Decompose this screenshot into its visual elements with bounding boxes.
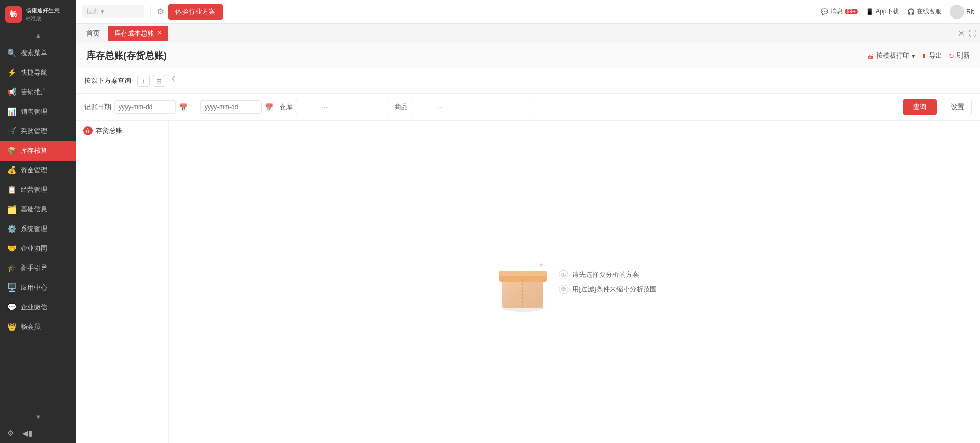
page-header: 库存总账(存货总账) 🖨 按模板打印 ▾ ⬆ 导出 ↻ 刷新 [76,43,980,68]
scheme-sidebar: 存 存货总账 [76,121,169,443]
refresh-btn[interactable]: ↻ 刷新 [949,51,970,60]
scheme-item-icon: 存 [83,126,93,135]
filter-bar: 按以下方案查询 + ⊞ 《 [76,68,980,94]
hint-text-1: 请先选择要分析的方案 [572,270,639,279]
scheme-item-inventory[interactable]: 存 存货总账 [76,121,168,140]
sidebar-item-sales[interactable]: 📊 销售管理 [0,102,76,121]
settings-icon[interactable]: ⚙ [7,429,14,438]
svg-text:✦: ✦ [538,261,545,269]
page-header-actions: 🖨 按模板打印 ▾ ⬆ 导出 ↻ 刷新 [867,51,970,60]
sidebar-item-inventory[interactable]: 📦 库存核算 [0,141,76,161]
inventory-icon: 📦 [7,146,16,155]
page-title: 库存总账(存货总账) [86,49,167,62]
appstore-icon: 🖥️ [7,283,16,292]
industry-btn[interactable]: 体验行业方案 [168,4,223,20]
user-name: Rit [966,8,974,15]
sidebar-item-capital[interactable]: 💰 资金管理 [0,161,76,180]
empty-hint-2: ② 用[过滤]条件来缩小分析范围 [559,285,656,294]
empty-box-svg: ✦ ✦ [492,256,554,313]
hint-text-2: 用[过滤]条件来缩小分析范围 [572,285,656,294]
product-more-icon: ··· [437,103,443,111]
product-label: 商品 [394,102,408,112]
settings-btn[interactable]: 设置 [943,99,972,115]
product-field: 商品 ··· [394,100,534,114]
system-icon: ⚙️ [7,224,16,234]
gear-icon[interactable]: ⚙ [157,7,164,16]
hint-num-2: ② [559,285,568,294]
query-btn[interactable]: 查询 [903,99,937,115]
message-btn[interactable]: 💬 消息 99+ [821,7,858,16]
warehouse-field: 仓库 ··· [279,100,388,114]
filter-inputs: 记账日期 📅 — 📅 仓库 ··· 商品 ··· [76,94,980,121]
filter-collapse-btn[interactable]: 《 [168,75,175,87]
tab-close-panel-icon[interactable]: ✕ [958,29,965,38]
sidebar-item-cooperation[interactable]: 🤝 企业协同 [0,239,76,258]
sidebar-scroll-up[interactable]: ▲ [0,29,76,41]
app-subtitle: 标准版 [26,15,60,22]
product-select[interactable]: ··· [411,100,534,114]
export-icon: ⬆ [921,52,927,60]
refresh-icon: ↻ [949,52,954,60]
tab-expand-icon[interactable]: ⛶ [969,29,976,38]
svg-text:✦: ✦ [497,270,501,275]
sidebar-item-shortcut[interactable]: ⚡ 快捷导航 [0,63,76,82]
warehouse-label: 仓库 [279,102,293,112]
date-label: 记账日期 [84,102,111,112]
mute-icon[interactable]: ◀▮ [22,429,32,438]
sidebar-item-wechat[interactable]: 💬 企业微信 [0,297,76,317]
basics-icon: 🗂️ [7,205,16,214]
operations-icon: 📋 [7,185,16,194]
empty-hints: ① 请先选择要分析的方案 ② 用[过滤]条件来缩小分析范围 [559,270,656,294]
sidebar-item-newbie[interactable]: 🎓 新手引导 [0,258,76,278]
scheme-item-label: 存货总账 [96,126,122,135]
hint-num-1: ① [559,270,568,279]
export-btn[interactable]: ⬆ 导出 [921,51,942,60]
empty-illustration: ✦ ✦ [492,256,543,308]
svg-rect-4 [499,271,547,276]
tab-home[interactable]: 首页 [80,26,106,41]
date-dash: — [190,103,197,111]
sidebar-scroll-down[interactable]: ▼ [0,411,76,423]
sidebar-item-marketing[interactable]: 📢 营销推广 [0,82,76,102]
calendar-start-icon[interactable]: 📅 [179,103,187,111]
date-start-input[interactable] [114,100,176,114]
warehouse-select[interactable]: ··· [296,100,388,114]
sidebar-item-purchase[interactable]: 🛒 采购管理 [0,121,76,141]
tab-close-icon[interactable]: ✕ [157,30,162,37]
tab-home-label: 首页 [86,29,100,38]
marketing-icon: 📢 [7,87,16,97]
filter-actions: + ⊞ 《 [137,75,175,87]
user-profile-btn[interactable]: Rit [950,5,974,19]
sidebar-item-search[interactable]: 🔍 搜索菜单 [0,43,76,63]
sidebar-item-appstore[interactable]: 🖥️ 应用中心 [0,278,76,297]
tab-inventory-ledger-label: 库存成本总账 [114,29,154,38]
tab-inventory-ledger[interactable]: 库存成本总账 ✕ [108,26,168,41]
sidebar-item-basics[interactable]: 🗂️ 基础信息 [0,200,76,219]
purchase-icon: 🛒 [7,127,16,136]
filter-schema-btn[interactable]: ⊞ [153,75,165,87]
headset-icon: 🎧 [907,8,915,15]
message-badge: 99+ [845,9,858,14]
main-area: 搜索 ▾ ⚙ 体验行业方案 💬 消息 99+ 📱 App下载 🎧 在线客服 Ri… [76,0,980,443]
tabbar: 首页 库存成本总账 ✕ ✕ ⛶ [76,24,980,43]
online-service-btn[interactable]: 🎧 在线客服 [907,7,941,16]
topbar: 搜索 ▾ ⚙ 体验行业方案 💬 消息 99+ 📱 App下载 🎧 在线客服 Ri… [76,0,980,24]
sidebar: 畅 畅捷通好生意 标准版 ▲ 🔍 搜索菜单 ⚡ 快捷导航 📢 营销推广 📊 销售… [0,0,76,443]
topbar-divider [150,7,151,17]
shortcut-icon: ⚡ [7,68,16,77]
warehouse-more-icon: ··· [322,103,328,111]
newbie-icon: 🎓 [7,263,16,273]
date-field: 记账日期 📅 — 📅 [84,100,273,114]
sidebar-item-system[interactable]: ⚙️ 系统管理 [0,219,76,239]
avatar [950,5,964,19]
date-end-input[interactable] [200,100,262,114]
sidebar-item-operations[interactable]: 📋 经营管理 [0,180,76,200]
calendar-end-icon[interactable]: 📅 [265,103,273,111]
logo-icon: 畅 [5,6,22,23]
app-download-btn[interactable]: 📱 App下载 [866,7,899,16]
member-icon: 👑 [7,322,16,331]
sidebar-item-member[interactable]: 👑 畅会员 [0,317,76,336]
filter-add-btn[interactable]: + [137,75,150,87]
topbar-search-area[interactable]: 搜索 ▾ [82,5,144,18]
print-btn[interactable]: 🖨 按模板打印 ▾ [867,51,915,60]
